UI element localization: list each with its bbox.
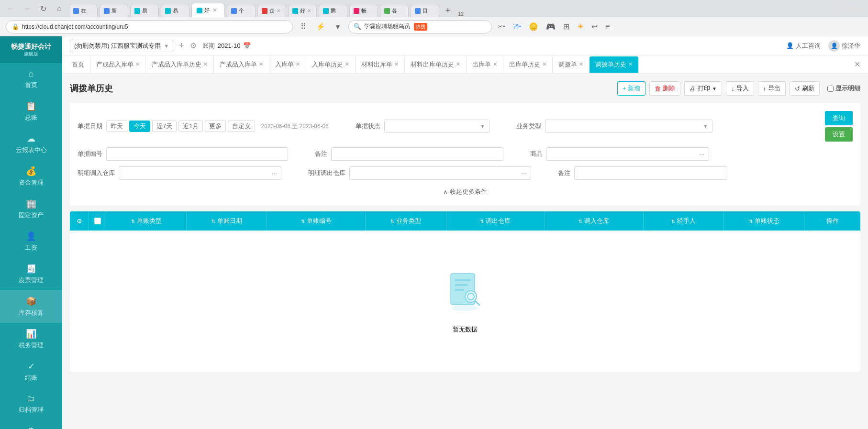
biz-type-select[interactable]: ▼ bbox=[545, 120, 712, 133]
tab-close-7[interactable]: ✕ bbox=[277, 8, 280, 13]
sidebar-item-fixed-assets[interactable]: 🏢 固定资产 bbox=[0, 193, 62, 225]
page-tab-in-order[interactable]: 入库单 ✕ bbox=[269, 56, 306, 73]
set-button[interactable]: 设置 bbox=[825, 127, 853, 142]
undo-icon[interactable]: ↩ bbox=[590, 22, 600, 31]
browser-tab-active[interactable]: 好 ✕ bbox=[191, 3, 225, 17]
page-tab-material-out[interactable]: 材料出库单 ✕ bbox=[356, 56, 405, 73]
page-tab-in-history[interactable]: 入库单历史 ✕ bbox=[306, 56, 356, 73]
nav-back[interactable]: ← bbox=[4, 2, 17, 15]
th-handler[interactable]: ⇅ 经手人 bbox=[644, 211, 724, 231]
display-checkbox[interactable] bbox=[827, 86, 834, 92]
browser-tab-8[interactable]: 好 ✕ bbox=[288, 4, 317, 17]
brightness-icon[interactable]: ☀ bbox=[575, 22, 586, 31]
sidebar-item-tax[interactable]: 📊 税务管理 bbox=[0, 323, 62, 355]
delete-button[interactable]: 🗑 删除 bbox=[649, 81, 680, 96]
refresh-button[interactable]: ↺ 刷新 bbox=[790, 81, 820, 96]
th-settings[interactable]: ⚙ bbox=[70, 211, 89, 231]
add-company-button[interactable]: + bbox=[179, 41, 184, 51]
doc-number-input[interactable] bbox=[106, 147, 288, 161]
collapse-button[interactable]: ∧ 收起更多条件 bbox=[437, 186, 493, 198]
address-bar[interactable]: 🔒 https://cloud.chanjet.com/accounting/u… bbox=[6, 20, 293, 33]
remark-input[interactable] bbox=[331, 147, 503, 161]
page-tab-material-out-history[interactable]: 材料出库单历史 ✕ bbox=[405, 56, 467, 73]
th-checkbox[interactable] bbox=[89, 211, 106, 231]
tab-close[interactable]: ✕ bbox=[135, 61, 140, 67]
th-doc-number[interactable]: ⇅ 单账编号 bbox=[267, 211, 366, 231]
grid-icon[interactable]: ⊞ bbox=[561, 22, 571, 31]
page-tab-out-order[interactable]: 出库单 ✕ bbox=[467, 56, 503, 73]
date-btn-custom[interactable]: 自定义 bbox=[228, 121, 255, 132]
th-biz-type[interactable]: ⇅ 业务类型 bbox=[366, 211, 446, 231]
tab-panel-close[interactable]: ✕ bbox=[850, 60, 864, 69]
browser-tab-4[interactable]: 易 bbox=[161, 4, 189, 17]
sidebar-item-ledger[interactable]: 📋 总账 bbox=[0, 95, 62, 128]
import-button[interactable]: ↓ 导入 bbox=[726, 81, 754, 96]
browser-tab-12[interactable]: 目 bbox=[411, 4, 439, 17]
user-avatar[interactable]: 👤 徐泽华 bbox=[828, 40, 860, 52]
detail-in-select[interactable]: ··· bbox=[119, 166, 281, 180]
detail-out-more-icon[interactable]: ··· bbox=[521, 169, 527, 177]
tab-close[interactable]: ✕ bbox=[579, 61, 583, 67]
sidebar-item-home[interactable]: ⌂ 首页 bbox=[0, 63, 62, 95]
new-tab-button[interactable]: + bbox=[441, 4, 455, 17]
sidebar-item-inventory[interactable]: 📦 库存核算 bbox=[0, 290, 62, 323]
sidebar-item-archive[interactable]: 🗂 归档管理 bbox=[0, 388, 62, 420]
dropdown-icon[interactable]: ▼ bbox=[331, 20, 345, 33]
tab-close-active[interactable]: ✕ bbox=[628, 61, 633, 67]
page-tab-product-in-2[interactable]: 产成品入库单 ✕ bbox=[214, 56, 269, 73]
display-toggle[interactable]: 显示明细 bbox=[827, 84, 860, 93]
tab-close-active[interactable]: ✕ bbox=[212, 7, 217, 13]
page-tab-out-history[interactable]: 出库单历史 ✕ bbox=[503, 56, 553, 73]
tab-close[interactable]: ✕ bbox=[345, 61, 349, 67]
service-button[interactable]: 👤 人工咨询 bbox=[786, 42, 821, 50]
tab-close[interactable]: ✕ bbox=[203, 61, 208, 67]
tab-close-8[interactable]: ✕ bbox=[307, 8, 311, 13]
calendar-icon[interactable]: 📅 bbox=[243, 42, 251, 49]
export-button[interactable]: ↑ 导出 bbox=[758, 81, 786, 96]
remark2-input[interactable] bbox=[574, 166, 727, 180]
close-button[interactable] bbox=[857, 5, 864, 12]
goods-select[interactable]: ··· bbox=[546, 147, 709, 161]
search-bar[interactable]: 🔍 学霸应聘场驱鸟员 热搜 bbox=[348, 20, 492, 33]
th-out-warehouse[interactable]: ⇅ 调出仓库 bbox=[446, 211, 545, 231]
th-doc-date[interactable]: ⇅ 单账日期 bbox=[187, 211, 267, 231]
tab-close[interactable]: ✕ bbox=[394, 61, 399, 67]
gamepad-icon[interactable]: 🎮 bbox=[544, 22, 557, 31]
flash-icon[interactable]: ⚡ bbox=[314, 20, 327, 33]
nav-refresh[interactable]: ↻ bbox=[36, 2, 50, 15]
cut-icon[interactable]: ✂• bbox=[496, 23, 507, 30]
nav-home[interactable]: ⌂ bbox=[53, 2, 66, 15]
tab-close[interactable]: ✕ bbox=[296, 61, 300, 67]
browser-tab-7[interactable]: 企 ✕ bbox=[257, 4, 286, 17]
new-button[interactable]: + 新增 bbox=[617, 81, 645, 96]
sidebar-item-fund[interactable]: 💰 资金管理 bbox=[0, 160, 62, 193]
page-tab-home[interactable]: 首页 bbox=[66, 56, 90, 73]
browser-tab-11[interactable]: 各 bbox=[380, 4, 409, 17]
th-status[interactable]: ⇅ 单账状态 bbox=[724, 211, 804, 231]
tab-close[interactable]: ✕ bbox=[259, 61, 263, 67]
detail-out-select[interactable]: ··· bbox=[349, 166, 531, 180]
query-button[interactable]: 查询 bbox=[825, 111, 853, 125]
select-all-checkbox[interactable] bbox=[94, 218, 101, 224]
sidebar-item-salary[interactable]: 👤 工资 bbox=[0, 225, 62, 258]
translate-icon[interactable]: 译• bbox=[511, 22, 523, 31]
status-select[interactable]: ▼ bbox=[384, 120, 490, 133]
sidebar-item-report[interactable]: ☁ 云报表中心 bbox=[0, 128, 62, 160]
menu-icon[interactable]: ≡ bbox=[603, 22, 612, 31]
extensions-icon[interactable]: ⠿ bbox=[297, 20, 310, 33]
page-tab-transfer[interactable]: 调拨单 ✕ bbox=[553, 56, 590, 73]
print-button[interactable]: 🖨 打印 ▼ bbox=[684, 81, 722, 96]
page-tab-transfer-history[interactable]: 调拨单历史 ✕ bbox=[590, 56, 639, 73]
company-selector[interactable]: (勿删勿禁用) 江西服宝测试专用 ▼ bbox=[70, 40, 173, 52]
tab-close[interactable]: ✕ bbox=[456, 61, 460, 67]
minimize-button[interactable] bbox=[838, 5, 845, 12]
date-btn-1month[interactable]: 近1月 bbox=[178, 121, 203, 132]
date-btn-yesterday[interactable]: 昨天 bbox=[106, 121, 127, 132]
sidebar-item-close[interactable]: ✓ 结账 bbox=[0, 355, 62, 388]
wallet-icon[interactable]: 🪙 bbox=[527, 22, 540, 31]
goods-more-icon[interactable]: ··· bbox=[699, 150, 705, 158]
sidebar-item-settings[interactable]: ⚙ 基础设置 bbox=[0, 420, 62, 429]
sidebar-item-invoice[interactable]: 🧾 发票管理 bbox=[0, 258, 62, 290]
th-doc-type[interactable]: ⇅ 单账类型 bbox=[106, 211, 187, 231]
browser-tab-3[interactable]: 易 bbox=[130, 4, 159, 17]
